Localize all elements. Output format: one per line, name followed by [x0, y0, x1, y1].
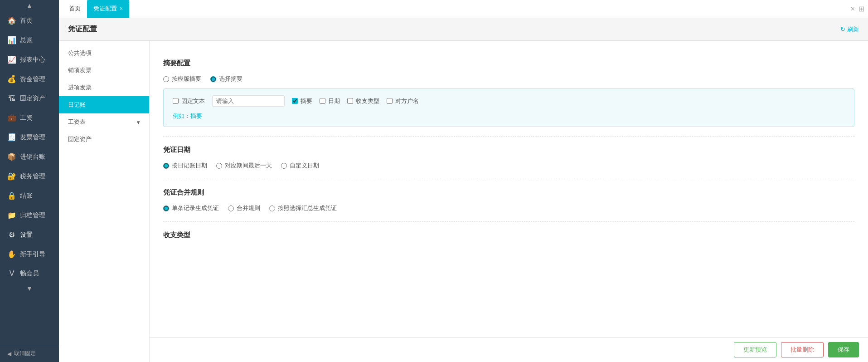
summary-config-title: 摘要配置 — [163, 59, 854, 68]
sidebar-item-archive[interactable]: 📁 归档管理 — [0, 205, 59, 225]
scroll-area[interactable]: 摘要配置 按模版摘要 选择摘要 — [150, 41, 868, 337]
purchase-icon: 📦 — [7, 152, 16, 161]
summary-config-section: 摘要配置 按模版摘要 选择摘要 — [163, 50, 854, 137]
sidebar-item-salary[interactable]: 💼 工资 — [0, 108, 59, 127]
template-summary-radio[interactable] — [163, 76, 169, 82]
tab-close-button[interactable]: × — [120, 5, 123, 12]
main-area: 首页 凭证配置 × × ⊞ 凭证配置 ↻ 刷新 公共选项 — [59, 0, 868, 362]
tab-voucher-config[interactable]: 凭证配置 × — [87, 0, 129, 18]
refresh-button[interactable]: ↻ 刷新 — [840, 25, 859, 34]
sidebar-item-guide[interactable]: ✋ 新手引导 — [0, 245, 59, 264]
counterparty-checkbox[interactable] — [387, 98, 393, 104]
fixed-text-input[interactable] — [212, 95, 285, 107]
income-type-checkbox-label[interactable]: 收支类型 — [347, 97, 379, 105]
merge-rules-title: 凭证合并规则 — [163, 188, 854, 197]
sidebar-item-assets[interactable]: 🏗 固定资产 — [0, 89, 59, 108]
left-nav-purchase[interactable]: 进项发票 — [59, 79, 149, 96]
sidebar-item-ledger[interactable]: 📊 总账 — [0, 30, 59, 50]
voucher-date-options-row: 按日记账日期 对应期间最后一天 自定义日期 — [163, 161, 854, 170]
sidebar-item-reports[interactable]: 📈 报表中心 — [0, 50, 59, 69]
last-day-option[interactable]: 对应期间最后一天 — [216, 161, 272, 170]
batch-delete-button[interactable]: 批量删除 — [781, 342, 824, 357]
template-summary-option[interactable]: 按模版摘要 — [163, 75, 201, 83]
merge-rule-option[interactable]: 合并规则 — [228, 204, 260, 212]
chevron-down-icon: ▾ — [137, 119, 140, 126]
custom-date-option[interactable]: 自定义日期 — [281, 161, 319, 170]
sidebar-item-settings[interactable]: ⚙ 设置 — [0, 225, 59, 245]
sidebar-item-funds[interactable]: 💰 资金管理 — [0, 69, 59, 89]
journal-date-radio[interactable] — [163, 163, 169, 169]
voucher-date-title: 凭证日期 — [163, 146, 854, 154]
content-area: 公共选项 销项发票 进项发票 日记账 工资表 ▾ 固定资产 — [59, 41, 868, 362]
income-type-checkbox[interactable] — [347, 98, 353, 104]
voucher-date-section: 凭证日期 按日记账日期 对应期间最后一天 — [163, 137, 854, 179]
select-merge-radio[interactable] — [269, 205, 275, 211]
right-content: 摘要配置 按模版摘要 选择摘要 — [150, 41, 868, 362]
merge-rule-radio[interactable] — [228, 205, 234, 211]
refresh-icon: ↻ — [840, 26, 845, 33]
funds-icon: 💰 — [7, 75, 16, 83]
income-expense-section: 收支类型 — [163, 222, 854, 256]
summary-checkbox-label[interactable]: 摘要 — [292, 97, 312, 105]
left-nav-fixed-assets[interactable]: 固定资产 — [59, 131, 149, 148]
select-summary-option[interactable]: 选择摘要 — [210, 75, 242, 83]
close-account-icon: 🔒 — [7, 191, 16, 200]
summary-checkbox[interactable] — [292, 98, 298, 104]
date-checkbox-label[interactable]: 日期 — [320, 97, 340, 105]
page-title: 凭证配置 — [68, 24, 97, 34]
fixed-text-checkbox-label[interactable]: 固定文本 — [173, 97, 205, 105]
page-header: 凭证配置 ↻ 刷新 — [59, 18, 868, 41]
archive-icon: 📁 — [7, 211, 16, 220]
select-merge-option[interactable]: 按照选择汇总生成凭证 — [269, 204, 337, 212]
tab-bar-actions: × ⊞ — [851, 5, 864, 13]
left-nav-public[interactable]: 公共选项 — [59, 44, 149, 62]
page-wrapper: 凭证配置 ↻ 刷新 公共选项 销项发票 进项发票 日记账 — [59, 18, 868, 362]
guide-icon: ✋ — [7, 250, 16, 259]
sidebar-scroll-up[interactable]: ▲ — [0, 0, 59, 11]
date-checkbox[interactable] — [320, 98, 325, 104]
vip-icon: V — [7, 269, 16, 278]
sidebar-item-home[interactable]: 🏠 首页 — [0, 11, 59, 30]
sidebar-item-tax[interactable]: 🔐 税务管理 — [0, 166, 59, 186]
sidebar: ▲ 🏠 首页 📊 总账 📈 报表中心 💰 资金管理 🏗 固定资产 💼 工资 🧾 … — [0, 0, 59, 362]
save-button[interactable]: 保存 — [828, 342, 859, 357]
unpin-button[interactable]: ◀ 取消固定 — [0, 345, 59, 362]
merge-rules-options-row: 单条记录生成凭证 合并规则 按照选择汇总生成凭证 — [163, 204, 854, 212]
settings-icon: ⚙ — [7, 230, 16, 239]
assets-icon: 🏗 — [7, 94, 16, 103]
reports-icon: 📈 — [7, 55, 16, 64]
summary-options-row: 按模版摘要 选择摘要 — [163, 75, 854, 83]
fixed-text-checkbox[interactable] — [173, 98, 179, 104]
sidebar-item-invoices[interactable]: 🧾 发票管理 — [0, 127, 59, 147]
home-icon: 🏠 — [7, 16, 16, 25]
window-minimize-icon[interactable]: × — [851, 5, 855, 13]
example-text: 例如：摘要 — [173, 112, 845, 120]
tax-icon: 🔐 — [7, 172, 16, 181]
tab-bar: 首页 凭证配置 × × ⊞ — [59, 0, 868, 18]
sidebar-scroll-down[interactable]: ▼ — [0, 283, 59, 294]
summary-checkbox-row: 固定文本 摘要 日期 — [173, 95, 845, 107]
bottom-bar: 更新预览 批量删除 保存 — [150, 337, 868, 362]
salary-icon: 💼 — [7, 113, 16, 122]
summary-config-box: 固定文本 摘要 日期 — [163, 88, 854, 127]
left-nav: 公共选项 销项发票 进项发票 日记账 工资表 ▾ 固定资产 — [59, 41, 150, 362]
update-preview-button[interactable]: 更新预览 — [734, 342, 776, 357]
invoices-icon: 🧾 — [7, 133, 16, 142]
single-record-radio[interactable] — [163, 205, 169, 211]
left-nav-journal[interactable]: 日记账 — [59, 96, 149, 113]
left-nav-payroll[interactable]: 工资表 ▾ — [59, 113, 149, 131]
custom-date-radio[interactable] — [281, 163, 287, 169]
tab-home[interactable]: 首页 — [63, 0, 87, 18]
select-summary-radio[interactable] — [210, 76, 216, 82]
single-record-option[interactable]: 单条记录生成凭证 — [163, 204, 219, 212]
sidebar-item-purchase[interactable]: 📦 进销台账 — [0, 147, 59, 166]
merge-rules-section: 凭证合并规则 单条记录生成凭证 合并规则 — [163, 179, 854, 222]
window-maximize-icon[interactable]: ⊞ — [858, 5, 864, 13]
sidebar-item-vip[interactable]: V 畅会员 — [0, 264, 59, 283]
left-nav-sales[interactable]: 销项发票 — [59, 62, 149, 79]
last-day-radio[interactable] — [216, 163, 222, 169]
sidebar-item-close[interactable]: 🔒 结账 — [0, 186, 59, 205]
ledger-icon: 📊 — [7, 36, 16, 44]
journal-date-option[interactable]: 按日记账日期 — [163, 161, 207, 170]
counterparty-checkbox-label[interactable]: 对方户名 — [387, 97, 419, 105]
